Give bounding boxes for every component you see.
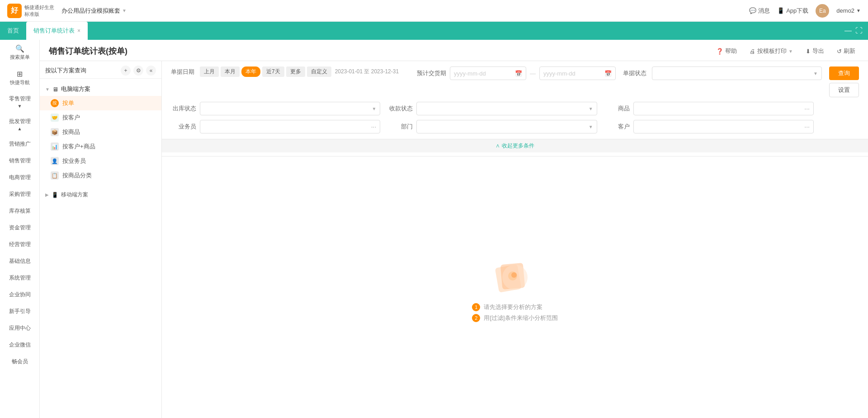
order-status-label: 单据状态 [623, 69, 648, 77]
expected-date-start-input[interactable]: yyyy-mm-dd 📅 [450, 66, 526, 80]
sidebar-item-vip-member[interactable]: 畅会员 [0, 353, 39, 370]
empty-illustration [488, 252, 542, 298]
customer-input[interactable]: ··· [633, 120, 814, 133]
message-button[interactable]: 💬 消息 [749, 7, 770, 15]
sidebar-item-marketing[interactable]: 营销推广 [0, 136, 39, 152]
logo-area: 好 畅捷通好生意 标准版 [7, 4, 54, 18]
customer-label: 客户 [604, 123, 630, 131]
pc-scheme-section: ▼ 🖥 电脑端方案 按 按单 🤝 按客户 📦 按商品 [40, 79, 161, 186]
app-selector[interactable]: 办公用品行业模拟账套 ▼ [58, 5, 130, 17]
sidebar-item-basic-info[interactable]: 基础信息 [0, 253, 39, 270]
date-btn-7days[interactable]: 近7天 [262, 66, 284, 77]
chevron-right-icon: ▶ [45, 192, 49, 197]
export-button[interactable]: ⬇ 导出 [802, 45, 828, 57]
chevron-down-icon: ▼ [372, 106, 376, 111]
sidebar-item-enterprise-collab[interactable]: 企业协同 [0, 286, 39, 303]
tab-home[interactable]: 首页 [0, 22, 26, 40]
scheme-item-by-customer-goods[interactable]: 📊 按客户+商品 [40, 139, 161, 154]
grid-icon: ⊞ [17, 70, 23, 78]
two-panel: 按以下方案查询 + ⚙ « ▼ 🖥 电脑端方案 按 按单 [40, 61, 868, 418]
salesperson-input[interactable]: ··· [200, 120, 380, 133]
filter-section: 单据日期 上月 本月 本年 近7天 更多 自定义 2023-01-01 至 20… [162, 61, 868, 157]
scheme-item-by-order[interactable]: 按 按单 [40, 96, 161, 110]
help-button[interactable]: ❓ 帮助 [712, 45, 741, 57]
expected-date-end-input[interactable]: yyyy-mm-dd 📅 [539, 66, 616, 80]
scheme-item-by-salesperson[interactable]: 👤 按业务员 [40, 154, 161, 168]
scheme-panel: 按以下方案查询 + ⚙ « ▼ 🖥 电脑端方案 按 按单 [40, 61, 162, 418]
print-button[interactable]: 🖨 按模板打印 ▼ [746, 45, 797, 57]
action-buttons: 查询 设置 [829, 66, 859, 97]
date-btn-custom[interactable]: 自定义 [307, 66, 331, 77]
collapse-scheme-button[interactable]: « [146, 66, 156, 76]
topbar-left: 好 畅捷通好生意 标准版 办公用品行业模拟账套 ▼ [7, 4, 130, 18]
goods-cell: 商品 ··· [604, 102, 814, 115]
sidebar-item-quick-nav[interactable]: ⊞ 快捷导航 [0, 65, 39, 90]
chevron-down-icon: ▼ [813, 71, 818, 76]
svg-point-4 [511, 272, 517, 278]
sidebar-item-new-guide[interactable]: 新手引导 [0, 303, 39, 320]
delivery-status-select[interactable]: ▼ [200, 102, 380, 115]
header-actions: ❓ 帮助 🖨 按模板打印 ▼ ⬇ 导出 ↺ 刷新 [712, 45, 859, 57]
department-select[interactable]: ▼ [416, 120, 597, 133]
more-icon[interactable]: ··· [804, 123, 810, 130]
topbar-right: 💬 消息 📱 App下载 Ea demo2 ▼ [749, 4, 861, 18]
scheme-item-by-customer[interactable]: 🤝 按客户 [40, 110, 161, 125]
scheme-item-by-goods[interactable]: 📦 按商品 [40, 125, 161, 139]
by-customer-goods-icon: 📊 [51, 142, 59, 151]
department-cell: 部门 ▼ [387, 120, 597, 133]
date-btn-more[interactable]: 更多 [286, 66, 305, 77]
sidebar-item-purchase-mgmt[interactable]: 采购管理 [0, 186, 39, 203]
empty-content: 1 请先选择要分析的方案 2 用[过滤]条件来缩小分析范围 [472, 252, 557, 322]
sidebar-item-app-center[interactable]: 应用中心 [0, 320, 39, 337]
tab-close-button[interactable]: × [77, 28, 80, 34]
pc-scheme-header[interactable]: ▼ 🖥 电脑端方案 [40, 82, 161, 96]
maximize-button[interactable]: ⛶ [855, 27, 863, 35]
more-icon[interactable]: ··· [804, 105, 810, 112]
export-icon: ⬇ [806, 48, 811, 55]
goods-label: 商品 [604, 104, 630, 113]
sidebar: 🔍 搜索菜单 ⊞ 快捷导航 零售管理 ▼ 批发管理 ▲ 营销推广 销售管理 电商… [0, 40, 40, 418]
sidebar-item-ecommerce-mgmt[interactable]: 电商管理 [0, 169, 39, 186]
date-filter-buttons: 上月 本月 本年 近7天 更多 自定义 [200, 66, 331, 77]
date-btn-last-month[interactable]: 上月 [200, 66, 219, 77]
search-button[interactable]: 查询 [829, 66, 859, 80]
date-btn-this-year[interactable]: 本年 [241, 66, 260, 77]
scheme-item-by-goods-category[interactable]: 📋 按商品分类 [40, 168, 161, 183]
sidebar-item-operations-mgmt[interactable]: 经营管理 [0, 236, 39, 253]
date-range-display: 2023-01-01 至 2023-12-31 [335, 68, 399, 76]
sidebar-item-search-menu[interactable]: 🔍 搜索菜单 [0, 40, 39, 65]
goods-input[interactable]: ··· [633, 102, 814, 115]
date-btn-this-month[interactable]: 本月 [221, 66, 240, 77]
user-avatar[interactable]: Ea [816, 4, 829, 18]
app-download-button[interactable]: 📱 App下载 [777, 7, 808, 15]
right-panel: 单据日期 上月 本月 本年 近7天 更多 自定义 2023-01-01 至 20… [162, 61, 868, 418]
chevron-down-icon: ▼ [122, 8, 127, 13]
delivery-status-cell: 出库状态 ▼ [171, 102, 380, 115]
settings-scheme-button[interactable]: ⚙ [133, 66, 143, 76]
settings-button[interactable]: 设置 [829, 83, 859, 97]
payment-status-label: 收款状态 [387, 104, 413, 113]
sidebar-item-retail-mgmt[interactable]: 零售管理 ▼ [0, 90, 39, 113]
minimize-button[interactable]: — [844, 27, 852, 35]
sidebar-item-system-mgmt[interactable]: 系统管理 [0, 270, 39, 286]
sidebar-item-sales-mgmt[interactable]: 销售管理 [0, 152, 39, 169]
add-scheme-button[interactable]: + [121, 66, 131, 76]
sidebar-item-wholesale-mgmt[interactable]: 批发管理 ▲ [0, 113, 39, 136]
date-separator: — [528, 70, 538, 77]
refresh-button[interactable]: ↺ 刷新 [833, 45, 859, 57]
more-icon[interactable]: ··· [371, 123, 377, 130]
payment-status-select[interactable]: ▼ [416, 102, 597, 115]
calendar-icon: 📅 [604, 70, 612, 77]
user-name[interactable]: demo2 ▼ [836, 7, 861, 14]
sidebar-item-finance-mgmt[interactable]: 资金管理 [0, 219, 39, 236]
refresh-icon: ↺ [837, 48, 842, 55]
order-status-select[interactable]: ▼ [652, 66, 822, 80]
by-salesperson-icon: 👤 [51, 157, 59, 165]
chevron-down-icon: ▼ [45, 87, 50, 92]
mobile-scheme-header[interactable]: ▶ 📱 移动端方案 [40, 188, 161, 201]
sidebar-item-inventory[interactable]: 库存核算 [0, 203, 39, 219]
tab-sales-order-stats[interactable]: 销售订单统计表 × [26, 22, 88, 40]
tip-num-2: 2 [472, 314, 480, 322]
collapse-filters-button[interactable]: ∧ 收起更多条件 [162, 139, 868, 152]
sidebar-item-enterprise-wechat[interactable]: 企业微信 [0, 337, 39, 353]
